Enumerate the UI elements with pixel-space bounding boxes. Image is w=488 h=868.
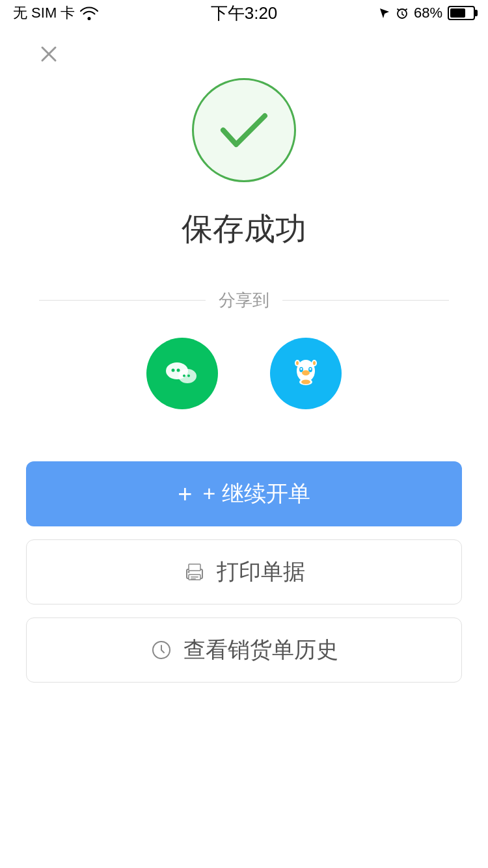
share-label: 分享到 [206,289,282,312]
continue-label: + 继续开单 [202,479,310,509]
plus-icon: + [178,480,192,508]
history-button[interactable]: 查看销货单历史 [26,617,462,683]
close-button[interactable] [33,38,65,70]
status-time: 下午3:20 [211,2,278,25]
share-divider: 分享到 [0,289,488,312]
qq-icon [286,354,325,393]
share-wechat-button[interactable] [146,338,218,409]
svg-point-10 [301,368,303,370]
status-left: 无 SIM 卡 [13,3,98,23]
battery-percent: 68% [414,5,442,21]
wechat-icon [163,354,202,393]
checkmark-icon [218,111,270,150]
main-content: 保存成功 分享到 [0,26,488,683]
wifi-icon [80,6,98,20]
sim-status: 无 SIM 卡 [13,3,75,23]
battery-box [448,6,475,20]
svg-rect-23 [191,578,196,580]
continue-button[interactable]: + + 继续开单 [26,461,462,526]
svg-point-12 [302,370,310,375]
alarm-icon [396,7,409,20]
svg-rect-22 [191,576,198,578]
svg-point-17 [296,361,299,365]
print-button[interactable]: 打印单据 [26,539,462,604]
close-icon [38,44,59,64]
share-row [146,338,342,409]
print-label: 打印单据 [217,557,305,587]
history-label: 查看销货单历史 [183,635,338,665]
battery-container [448,6,475,20]
action-buttons: + + 继续开单 打印单据 查看销货单历史 [0,461,488,683]
divider-left [39,300,206,301]
status-bar: 无 SIM 卡 下午3:20 68% [0,0,488,26]
svg-point-6 [187,375,190,377]
success-circle [192,78,296,182]
divider-right [282,300,449,301]
printer-icon [183,560,206,584]
location-icon [379,7,390,19]
battery-fill [450,8,465,18]
share-qq-button[interactable] [270,338,342,409]
svg-point-18 [313,361,316,365]
status-right: 68% [379,5,475,21]
svg-point-4 [178,369,197,383]
svg-point-2 [172,369,175,372]
svg-point-14 [301,380,310,385]
svg-point-3 [177,369,180,372]
svg-point-24 [188,571,190,573]
history-icon [150,638,173,662]
svg-point-5 [183,375,185,377]
svg-point-11 [310,368,312,370]
svg-rect-20 [189,564,200,571]
success-title: 保存成功 [182,208,306,250]
